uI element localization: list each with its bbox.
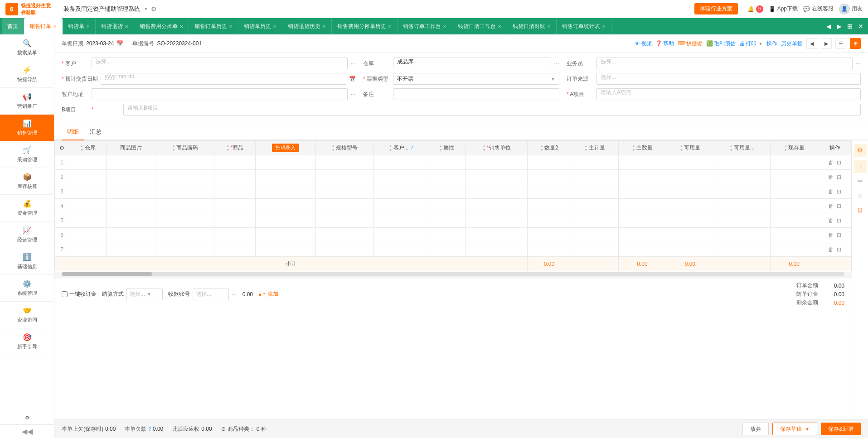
- col-main-qty[interactable]: ▲▼主数量: [618, 141, 666, 155]
- sidebar-item-purchase[interactable]: 🛒 采购管理: [0, 141, 54, 168]
- nav-close-icon[interactable]: ✕: [855, 23, 866, 30]
- nav-tab-sales-return-close[interactable]: ✕: [125, 24, 128, 29]
- row-5-copy-icon[interactable]: ⊡: [837, 217, 841, 224]
- nav-tab-sales-goods[interactable]: 销货单 ✕: [63, 18, 96, 34]
- nav-tab-daily-workbench-close[interactable]: ✕: [498, 24, 501, 29]
- tab-summary[interactable]: 汇总: [84, 124, 107, 140]
- order-source-input[interactable]: 选择...: [596, 73, 861, 85]
- row-2-warehouse[interactable]: [69, 170, 107, 184]
- sidebar-item-inventory[interactable]: 📦 库存核算: [0, 168, 54, 195]
- salesperson-input[interactable]: 选择...: [596, 58, 853, 69]
- sidebar-item-basic-info[interactable]: ℹ️ 基础信息: [0, 248, 54, 275]
- nav-tab-sales-order-history-close[interactable]: ✕: [229, 24, 233, 29]
- row-2-code[interactable]: [156, 170, 214, 184]
- nav-tab-return-history-close[interactable]: ✕: [322, 24, 326, 29]
- row-1-main-qty[interactable]: [618, 155, 666, 170]
- sidebar-item-finance[interactable]: 💰 资金管理: [0, 195, 54, 221]
- row-1-attribute[interactable]: [428, 155, 465, 170]
- app-download-item[interactable]: 📱 App下载: [769, 5, 798, 13]
- row-6-delete-icon[interactable]: 🗑: [828, 232, 834, 238]
- sidebar-item-quick-nav[interactable]: ⚡ 快捷导航: [0, 61, 54, 88]
- nav-tab-sales-return[interactable]: 销货退货 ✕: [96, 18, 134, 34]
- save-draft-dropdown-icon[interactable]: ▼: [805, 427, 810, 432]
- shortcut-link[interactable]: ⌨ 快捷键: [678, 40, 703, 48]
- sidebar-item-sales[interactable]: 📊 销售管理: [0, 115, 54, 141]
- row-3-delete-icon[interactable]: 🗑: [828, 188, 834, 195]
- right-panel-settings-icon[interactable]: ⚙: [854, 144, 867, 157]
- row-7-delete-icon[interactable]: 🗑: [828, 246, 834, 253]
- row-1-unit[interactable]: [466, 155, 528, 170]
- profit-link[interactable]: 💹 毛利预估: [706, 40, 736, 48]
- nav-tab-daily-reconcile[interactable]: 钱货日清对账 ✕: [507, 18, 557, 34]
- customer-address-input[interactable]: [92, 88, 348, 100]
- nav-tab-sales-fee[interactable]: 销售费用分摊单 ✕: [134, 18, 189, 34]
- one-click-checkbox[interactable]: [62, 291, 68, 297]
- row-2-customer-code[interactable]: [373, 170, 428, 184]
- row-2-qty2[interactable]: [528, 170, 571, 184]
- print-link[interactable]: 🖨 打印 ▼: [739, 40, 763, 48]
- col-attribute[interactable]: ▲▼属性: [428, 141, 465, 155]
- row-1-customer-code[interactable]: [373, 155, 428, 170]
- col-customer-code[interactable]: ▲▼客户...?: [373, 141, 428, 155]
- row-2-main-qty[interactable]: [618, 170, 666, 184]
- col-available[interactable]: ▲▼可用量: [666, 141, 714, 155]
- right-panel-edit-icon[interactable]: ✏: [854, 175, 867, 188]
- nav-prev-icon[interactable]: ◀: [824, 23, 834, 30]
- nav-tab-sales-workbench-close[interactable]: ✕: [443, 24, 446, 29]
- nav-tab-sales-goods-close[interactable]: ✕: [86, 24, 90, 29]
- operation-link[interactable]: 操作: [766, 40, 777, 48]
- settings-icon[interactable]: ⚙: [151, 5, 157, 13]
- row-5-delete-icon[interactable]: 🗑: [828, 217, 834, 224]
- nav-tab-sales-stats[interactable]: 销售订单统计表 ✕: [557, 18, 611, 34]
- notification-item[interactable]: 🔔 9: [747, 5, 763, 13]
- customer-address-more-btn[interactable]: ···: [350, 91, 356, 98]
- sidebar-item-search[interactable]: 🔍 搜索菜单: [0, 34, 54, 61]
- row-2-unit[interactable]: [466, 170, 528, 184]
- prev-record-btn[interactable]: ◀: [806, 38, 817, 49]
- remark-input[interactable]: [393, 88, 559, 100]
- col-goods[interactable]: ▲▼*商品: [214, 141, 255, 155]
- nav-tab-fee-history-close[interactable]: ✕: [388, 24, 392, 29]
- nav-next-icon[interactable]: ▶: [834, 23, 844, 30]
- view-link[interactable]: 👁 视频: [635, 40, 652, 48]
- right-panel-add-icon[interactable]: +: [854, 160, 867, 173]
- row-3-warehouse[interactable]: [69, 184, 107, 199]
- list-view-btn[interactable]: ☰: [835, 38, 846, 49]
- warehouse-input[interactable]: 成品库: [393, 58, 551, 69]
- invoice-type-select[interactable]: 不开票 ▼: [393, 73, 559, 85]
- nav-tab-return-history[interactable]: 销货退货历史 ✕: [282, 18, 332, 34]
- col-available2[interactable]: ▲▼可用量...: [714, 141, 771, 155]
- col-unit[interactable]: ▲▼*销售单位: [466, 141, 528, 155]
- sidebar-item-operations[interactable]: 📈 经营管理: [0, 221, 54, 248]
- grid-view-btn[interactable]: ⊞: [850, 38, 861, 49]
- warehouse-more-btn[interactable]: ···: [554, 60, 559, 67]
- nav-tab-sales-stats-close[interactable]: ✕: [602, 24, 606, 29]
- sidebar-settings-btn[interactable]: ⚙: [0, 411, 54, 424]
- row-1-qty2[interactable]: [528, 155, 571, 170]
- nav-tab-sales-workbench[interactable]: 销售订单工作台 ✕: [398, 18, 452, 34]
- payment-method-select[interactable]: 选择... ▼: [126, 289, 163, 300]
- row-1-spec[interactable]: [315, 155, 373, 170]
- row-1-warehouse[interactable]: [69, 155, 107, 170]
- row-1-delete-icon[interactable]: 🗑: [828, 159, 834, 166]
- row-4-delete-icon[interactable]: 🗑: [828, 203, 834, 209]
- sidebar-item-guide[interactable]: 🎯 新手引导: [0, 328, 54, 355]
- save-new-btn[interactable]: 保存&新增: [821, 423, 861, 435]
- tab-detail[interactable]: 明细: [62, 124, 84, 140]
- col-code[interactable]: ▲▼商品编码: [156, 141, 214, 155]
- nav-expand-icon[interactable]: ⊞: [844, 23, 855, 30]
- history-link[interactable]: 历史单据: [781, 40, 803, 48]
- nav-tab-home[interactable]: 首页: [2, 18, 24, 34]
- row-2-delete-icon[interactable]: 🗑: [828, 174, 834, 180]
- col-warehouse[interactable]: ▲▼仓库: [69, 141, 107, 155]
- user-item[interactable]: 👤 用友: [839, 4, 863, 14]
- col-scan[interactable]: 扫码录入: [256, 141, 315, 155]
- sidebar-item-enterprise[interactable]: 🤝 企业协同: [0, 302, 54, 328]
- nav-tab-daily-workbench[interactable]: 钱货日清工作台 ✕: [452, 18, 507, 34]
- nav-tab-goods-history-close[interactable]: ✕: [273, 24, 276, 29]
- a-project-input[interactable]: 请输入A项目: [596, 88, 861, 100]
- right-panel-star-icon[interactable]: ☆: [854, 189, 867, 202]
- row-6-copy-icon[interactable]: ⊡: [837, 232, 841, 238]
- nav-tab-daily-reconcile-close[interactable]: ✕: [547, 24, 551, 29]
- receipt-account-more-btn[interactable]: ···: [232, 291, 237, 298]
